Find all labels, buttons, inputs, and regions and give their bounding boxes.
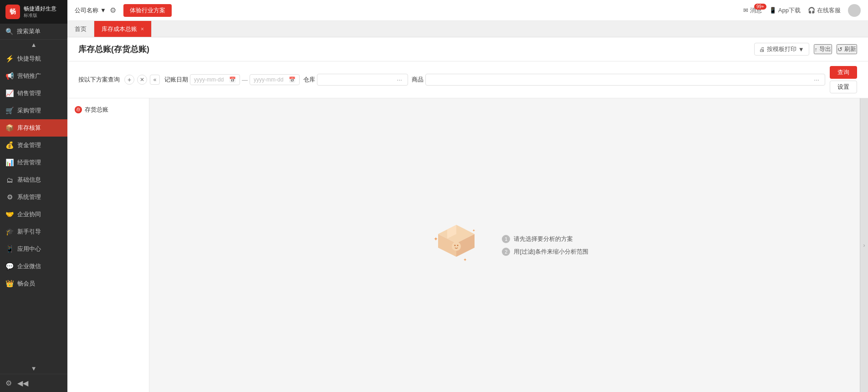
sidebar-item-finance[interactable]: 💰 资金管理 [0,137,67,154]
company-selector[interactable]: 公司名称 ▼ [75,6,106,15]
collapse-icon[interactable]: ◀◀ [17,379,28,387]
sidebar-item-guide[interactable]: 🎓 新手引导 [0,223,67,240]
business-icon: 📊 [5,158,14,167]
sidebar-scroll-down[interactable]: ▼ [0,363,67,374]
refresh-btn[interactable]: ↺ 刷新 [837,44,857,54]
sidebar-item-marketing[interactable]: 📢 营销推广 [0,67,67,85]
system-icon: ⚙ [5,193,14,201]
tab-close-btn[interactable]: × [141,26,144,32]
filter-fields: 记账日期 yyyy-mm-dd 📅 — yyyy-mm-dd 📅 仓库 [164,74,825,86]
warehouse-field: 仓库 ··· [303,74,408,86]
print-btn[interactable]: 🖨 按模板打印 ▼ [754,43,809,56]
date-end-input[interactable]: yyyy-mm-dd 📅 [250,74,300,85]
warehouse-input[interactable]: ··· [317,74,408,86]
messages-btn[interactable]: ✉ 消息 99+ [743,6,762,15]
tab-home[interactable]: 首页 [67,21,94,37]
sidebar-item-wechat[interactable]: 💬 企业微信 [0,258,67,275]
industry-btn[interactable]: 体验行业方案 [123,4,172,17]
empty-hint-2: 2 用[过滤]条件来缩小分析范围 [502,248,588,256]
quick-nav-icon: ⚡ [5,55,14,63]
filter-right-btns: 查询 设置 [830,66,857,93]
goods-label: 商品 [412,76,424,84]
filter-label: 按以下方案查询 [78,76,120,84]
headset-icon: 🎧 [808,7,815,14]
filter-bar: 按以下方案查询 + ✕ « 记账日期 yyyy-mm-dd 📅 — yyyy-m… [67,61,868,98]
main-content: 公司名称 ▼ ⚙ 体验行业方案 ✉ 消息 99+ 📱 App下载 🎧 在线客服 [67,0,868,392]
export-btn[interactable]: ↑ 导出 [814,44,832,54]
date-field-group: 记账日期 yyyy-mm-dd 📅 — yyyy-mm-dd 📅 [164,74,300,85]
inventory-icon: 📦 [5,124,14,132]
phone-icon: 📱 [769,7,776,14]
sidebar-item-sales[interactable]: 📈 销售管理 [0,85,67,102]
topbar-left: 公司名称 ▼ ⚙ 体验行业方案 [75,4,743,17]
page-header-actions: 🖨 按模板打印 ▼ ↑ 导出 ↺ 刷新 [754,43,857,61]
member-icon: 👑 [5,280,14,288]
warehouse-more-icon: ··· [395,76,404,83]
sidebar-item-purchase[interactable]: 🛒 采购管理 [0,102,67,119]
app-download-btn[interactable]: 📱 App下载 [769,6,801,15]
app-logo-text: 畅捷通好生意 标准版 [24,5,56,19]
app-center-icon: 📱 [5,245,14,253]
svg-text:✦: ✦ [472,229,475,233]
sidebar-item-app-center[interactable]: 📱 应用中心 [0,240,67,258]
topbar-gear-icon[interactable]: ⚙ [110,6,116,15]
filter-add-btn[interactable]: + [124,75,134,85]
sidebar-item-basic[interactable]: 🗂 基础信息 [0,171,67,188]
sidebar-logo: 畅 畅捷通好生意 标准版 [0,0,67,24]
empty-hint-1: 1 请先选择要分析的方案 [502,235,588,243]
date-separator: — [242,76,248,83]
date-start-input[interactable]: yyyy-mm-dd 📅 [190,74,240,85]
goods-input[interactable]: ··· [425,74,825,86]
page-header: 库存总账(存货总账) 🖨 按模板打印 ▼ ↑ 导出 ↺ 刷新 [67,37,868,61]
cooperation-icon: 🤝 [5,210,14,219]
topbar: 公司名称 ▼ ⚙ 体验行业方案 ✉ 消息 99+ 📱 App下载 🎧 在线客服 [67,0,868,21]
sidebar-search-btn[interactable]: 🔍 搜索菜单 [0,24,67,40]
sales-icon: 📈 [5,89,14,97]
content-body: 存 存货总账 [67,98,868,392]
filter-close-btn[interactable]: ✕ [137,75,147,85]
empty-state: ✦ ✦ ✦ 1 请先选择要分析的方案 2 用[过滤]条件来缩小分析范围 [67,98,868,392]
sidebar-item-inventory[interactable]: 📦 库存核算 [0,119,67,137]
refresh-icon: ↺ [837,46,842,53]
empty-box-svg: ✦ ✦ ✦ [429,218,484,273]
page-area: 库存总账(存货总账) 🖨 按模板打印 ▼ ↑ 导出 ↺ 刷新 按以下方案查询 [67,37,868,392]
tab-inventory-ledger[interactable]: 库存成本总账 × [94,21,152,37]
scheme-item-inventory-ledger[interactable]: 存 存货总账 [67,102,149,117]
sidebar-item-member[interactable]: 👑 畅会员 [0,275,67,292]
sidebar-item-quick-nav[interactable]: ⚡ 快捷导航 [0,50,67,67]
settings-icon[interactable]: ⚙ [5,379,12,387]
svg-point-7 [457,244,459,246]
tabs-bar: 首页 库存成本总账 × [67,21,868,37]
scheme-sidebar: 存 存货总账 [67,98,149,392]
dropdown-icon: ▼ [100,7,106,14]
scheme-item-icon: 存 [75,106,82,113]
filter-actions: + ✕ « [124,75,160,85]
printer-icon: 🖨 [759,46,765,53]
sidebar-scroll-up[interactable]: ▲ [0,40,67,50]
message-icon: ✉ [743,7,748,14]
app-logo-icon: 畅 [5,5,20,19]
sidebar-bottom: ⚙ ◀◀ [0,374,67,392]
filter-collapse-btn[interactable]: « [150,75,160,85]
sidebar-item-business[interactable]: 📊 经营管理 [0,154,67,171]
warehouse-label: 仓库 [303,76,315,84]
marketing-icon: 📢 [5,72,14,80]
query-btn[interactable]: 查询 [830,66,857,79]
svg-point-6 [454,244,456,246]
user-avatar[interactable] [848,4,861,17]
right-panel-toggle[interactable]: › [860,98,868,392]
sidebar-item-system[interactable]: ⚙ 系统管理 [0,188,67,206]
page-title: 库存总账(存货总账) [78,44,149,60]
date-field-label: 记账日期 [164,76,188,84]
sidebar-item-cooperation[interactable]: 🤝 企业协同 [0,206,67,223]
purchase-icon: 🛒 [5,107,14,115]
export-icon: ↑ [815,46,818,53]
sidebar: 畅 畅捷通好生意 标准版 🔍 搜索菜单 ▲ ⚡ 快捷导航 📢 营销推广 📈 销售… [0,0,67,392]
online-service-btn[interactable]: 🎧 在线客服 [808,6,841,15]
svg-point-5 [452,242,461,251]
svg-text:✦: ✦ [463,257,467,262]
settings-btn[interactable]: 设置 [830,81,857,93]
finance-icon: 💰 [5,141,14,149]
guide-icon: 🎓 [5,228,14,236]
empty-illustration: ✦ ✦ ✦ [429,218,484,273]
